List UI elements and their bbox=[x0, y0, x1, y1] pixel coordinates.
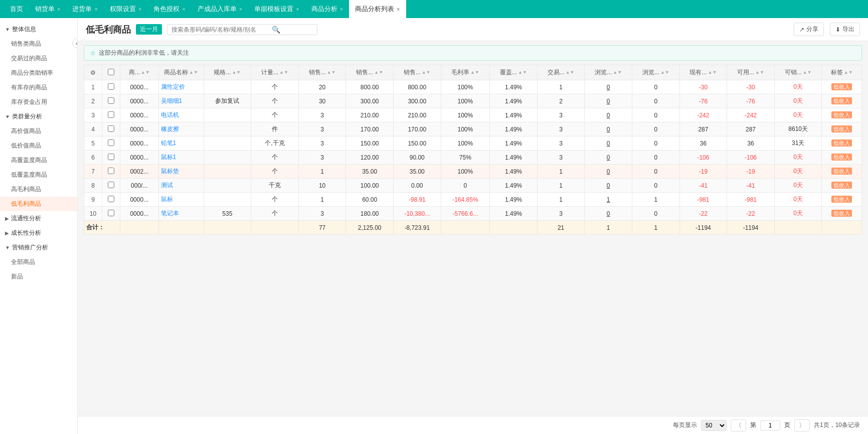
cell-checkbox[interactable] bbox=[102, 151, 120, 165]
row-checkbox[interactable] bbox=[108, 182, 114, 188]
nav-permissions[interactable]: 权限设置 × bbox=[104, 0, 147, 18]
cell-checkbox[interactable] bbox=[102, 179, 120, 193]
sidebar-item-new-goods[interactable]: 新品 bbox=[0, 269, 77, 284]
cell-name[interactable]: 鼠标垫 bbox=[158, 165, 204, 179]
cell-name[interactable]: 橡皮擦 bbox=[158, 122, 204, 136]
th-unit[interactable]: 计量...▲▼ bbox=[251, 65, 299, 80]
table-container[interactable]: ⚙ 商...▲▼ 商品名称▲▼ 规格...▲▼ 计量...▲▼ 销售...▲▼ … bbox=[78, 65, 868, 416]
close-icon[interactable]: × bbox=[340, 6, 343, 12]
sidebar-item-category-rate[interactable]: 商品分类助销率 bbox=[0, 66, 77, 80]
sidebar-item-high-margin[interactable]: 高毛利商品 bbox=[0, 182, 77, 197]
close-icon[interactable]: × bbox=[94, 6, 97, 12]
export-button[interactable]: ⬇ 导出 bbox=[830, 23, 860, 36]
sidebar-item-in-stock[interactable]: 有库存的商品 bbox=[0, 80, 77, 95]
settings-icon[interactable]: ⚙ bbox=[90, 69, 96, 76]
select-all-checkbox[interactable] bbox=[108, 69, 114, 75]
cell-browse1[interactable]: 0 bbox=[585, 94, 632, 108]
th-tag[interactable]: 标签▲▼ bbox=[822, 65, 862, 80]
close-icon[interactable]: × bbox=[397, 6, 400, 12]
th-spec[interactable]: 规格...▲▼ bbox=[204, 65, 251, 80]
nav-goods-analysis-list[interactable]: 商品分析列表 × bbox=[349, 0, 406, 18]
sidebar-item-low-margin[interactable]: 低毛利商品 bbox=[0, 197, 77, 211]
cell-name[interactable]: 鼠标1 bbox=[158, 151, 204, 165]
cell-name[interactable]: 电话机 bbox=[158, 108, 204, 122]
sidebar-group-overview[interactable]: ▼ 整体信息 bbox=[0, 22, 77, 37]
sidebar-group-cluster[interactable]: ▼ 类群量分析 bbox=[0, 109, 77, 124]
per-page-select[interactable]: 50 100 200 bbox=[701, 420, 727, 431]
th-current[interactable]: 现有...▲▼ bbox=[679, 65, 727, 80]
nav-sales[interactable]: 销货单 × bbox=[29, 0, 66, 18]
th-browse1[interactable]: 浏览...▲▼ bbox=[585, 65, 632, 80]
cell-browse1[interactable]: 0 bbox=[585, 179, 632, 193]
th-sales-price[interactable]: 销售...▲▼ bbox=[346, 65, 394, 80]
close-icon[interactable]: × bbox=[57, 6, 60, 12]
time-filter-button[interactable]: 近一月 bbox=[136, 24, 162, 35]
cell-name[interactable]: 吴细细1 bbox=[158, 94, 204, 108]
nav-template-settings[interactable]: 单据模板设置 × bbox=[248, 0, 305, 18]
page-input[interactable] bbox=[760, 420, 780, 430]
th-available[interactable]: 可用...▲▼ bbox=[727, 65, 775, 80]
row-checkbox[interactable] bbox=[108, 210, 114, 216]
search-input[interactable] bbox=[171, 26, 272, 33]
sidebar-item-low-coverage[interactable]: 低覆盖度商品 bbox=[0, 168, 77, 182]
th-browse2[interactable]: 浏览...▲▼ bbox=[632, 65, 680, 80]
cell-name[interactable]: 属性定价 bbox=[158, 80, 204, 94]
close-icon[interactable]: × bbox=[239, 6, 242, 12]
th-gross-rate[interactable]: 毛利率▲▼ bbox=[441, 65, 490, 80]
cell-browse1[interactable]: 0 bbox=[585, 122, 632, 136]
cell-checkbox[interactable] bbox=[102, 80, 120, 94]
cell-browse1[interactable]: 0 bbox=[585, 151, 632, 165]
cell-checkbox[interactable] bbox=[102, 94, 120, 108]
nav-purchase[interactable]: 进货单 × bbox=[66, 0, 103, 18]
cell-checkbox[interactable] bbox=[102, 136, 120, 151]
cell-browse1[interactable]: 0 bbox=[585, 80, 632, 94]
cell-checkbox[interactable] bbox=[102, 122, 120, 136]
row-checkbox[interactable] bbox=[108, 125, 114, 132]
th-sales-qty[interactable]: 销售...▲▼ bbox=[298, 65, 346, 80]
sidebar-item-traded-goods[interactable]: 交易过的商品 bbox=[0, 51, 77, 66]
cell-browse1[interactable]: 1 bbox=[585, 193, 632, 207]
row-checkbox[interactable] bbox=[108, 97, 114, 104]
sidebar-group-marketing[interactable]: ▼ 营销推广分析 bbox=[0, 240, 77, 255]
sidebar-item-sales-goods[interactable]: 销售类商品 bbox=[0, 37, 77, 51]
th-name[interactable]: 商品名称▲▼ bbox=[158, 65, 204, 80]
cell-browse1[interactable]: 0 bbox=[585, 207, 632, 221]
cell-checkbox[interactable] bbox=[102, 165, 120, 179]
cell-browse1[interactable]: 0 bbox=[585, 165, 632, 179]
sidebar-item-all-goods[interactable]: 全部商品 bbox=[0, 255, 77, 269]
th-coverage[interactable]: 覆盖...▲▼ bbox=[490, 65, 538, 80]
sidebar-item-stock-capital[interactable]: 库存资金占用 bbox=[0, 95, 77, 109]
sidebar-item-high-coverage[interactable]: 高覆盖度商品 bbox=[0, 153, 77, 168]
sidebar-item-low-value[interactable]: 低价值商品 bbox=[0, 138, 77, 153]
nav-home[interactable]: 首页 bbox=[4, 0, 29, 18]
close-icon[interactable]: × bbox=[296, 6, 299, 12]
cell-name[interactable]: 笔记本 bbox=[158, 207, 204, 221]
nav-goods-analysis[interactable]: 商品分析 × bbox=[305, 0, 349, 18]
row-checkbox[interactable] bbox=[108, 196, 114, 202]
row-checkbox[interactable] bbox=[108, 168, 114, 174]
cell-name[interactable]: 测试 bbox=[158, 179, 204, 193]
sidebar-group-circulation[interactable]: ▶ 流通性分析 bbox=[0, 211, 77, 226]
close-icon[interactable]: × bbox=[182, 6, 185, 12]
search-icon[interactable]: 🔍 bbox=[272, 26, 280, 34]
cell-name[interactable]: 铅笔1 bbox=[158, 136, 204, 151]
row-checkbox[interactable] bbox=[108, 83, 114, 90]
cell-checkbox[interactable] bbox=[102, 193, 120, 207]
nav-product-entry[interactable]: 产成品入库单 × bbox=[192, 0, 248, 18]
th-code[interactable]: 商...▲▼ bbox=[120, 65, 159, 80]
th-saleable[interactable]: 可销...▲▼ bbox=[774, 65, 822, 80]
next-page-button[interactable]: 〉 bbox=[794, 419, 810, 431]
sidebar-group-growth[interactable]: ▶ 成长性分析 bbox=[0, 226, 77, 240]
share-button[interactable]: ↗ 分享 bbox=[794, 23, 824, 36]
sidebar-item-high-value[interactable]: 高价值商品 bbox=[0, 124, 77, 138]
cell-name[interactable]: 鼠标 bbox=[158, 193, 204, 207]
th-settings[interactable]: ⚙ bbox=[84, 65, 102, 80]
close-icon[interactable]: × bbox=[138, 6, 141, 12]
prev-page-button[interactable]: 〈 bbox=[731, 419, 746, 431]
cell-checkbox[interactable] bbox=[102, 108, 120, 122]
row-checkbox[interactable] bbox=[108, 111, 114, 118]
th-trade[interactable]: 交易...▲▼ bbox=[537, 65, 585, 80]
row-checkbox[interactable] bbox=[108, 154, 114, 160]
th-sales-amount[interactable]: 销售...▲▼ bbox=[393, 65, 441, 80]
nav-role-auth[interactable]: 角色授权 × bbox=[147, 0, 191, 18]
